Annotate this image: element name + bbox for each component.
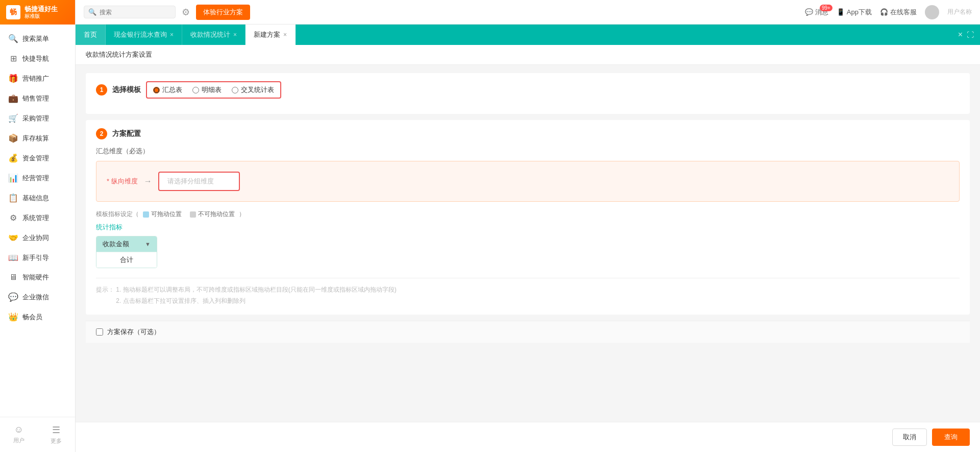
save-section: 方案保存（可选）: [86, 321, 970, 343]
search-menu-icon: 🔍: [8, 34, 18, 43]
page-header: 收款情况统计方案设置: [76, 45, 980, 65]
step2-badge: 2: [96, 128, 107, 139]
sidebar-item-marketing[interactable]: 🎁 营销推广: [0, 68, 75, 88]
dimension-subsection: 汇总维度（必选） * 纵向维度 → 请选择分组维度: [96, 147, 960, 202]
save-label: 方案保存（可选）: [107, 327, 160, 337]
metrics-table: 收款金额 ▼ 合计: [96, 236, 157, 268]
sidebar-item-operations[interactable]: 📊 经营管理: [0, 168, 75, 188]
logo-icon: 畅: [6, 5, 20, 19]
tabbar-controls: × ⛶: [952, 25, 980, 45]
topbar-search-box[interactable]: 🔍: [84, 6, 176, 18]
page-content: 收款情况统计方案设置 1 选择模板 汇总表: [76, 45, 980, 422]
topbar: 🔍 ⚙ 体验行业方案 💬 消息 99+ 📱 App下载 🎧 在线客服 用户名称: [76, 0, 980, 25]
cancel-button[interactable]: 取消: [892, 429, 927, 446]
step1-header: 1 选择模板 汇总表 明细表: [96, 81, 960, 99]
sidebar-item-search-menu[interactable]: 🔍 搜索菜单: [0, 29, 75, 49]
metrics-label-row: 模板指标设定（ 可拖动位置 不可拖动位置 ）: [96, 210, 960, 219]
sidebar-item-member[interactable]: 👑 畅会员: [0, 307, 75, 327]
download-label: App下载: [847, 8, 872, 17]
sidebar-item-wechat[interactable]: 💬 企业微信: [0, 287, 75, 307]
service-icon: 🎧: [880, 8, 888, 16]
user-avatar[interactable]: [925, 5, 939, 19]
topbar-search-input[interactable]: [100, 9, 171, 16]
legend-fixed: 不可拖动位置: [190, 210, 235, 219]
service-label: 在线客服: [890, 8, 917, 17]
step1-badge: 1: [96, 84, 107, 96]
sidebar-item-finance[interactable]: 💰 资金管理: [0, 148, 75, 168]
sidebar-item-sales[interactable]: 💼 销售管理: [0, 88, 75, 108]
sidebar-item-quick-nav[interactable]: ⊞ 快捷导航: [0, 49, 75, 68]
sidebar-bottom-right[interactable]: ☰ 更多: [38, 421, 76, 448]
step1-section: 1 选择模板 汇总表 明细表: [86, 73, 970, 114]
radio-cross-input[interactable]: [232, 87, 238, 93]
tab-collection-stats[interactable]: 收款情况统计 ×: [182, 25, 246, 45]
step2-section: 2 方案配置 汇总维度（必选） * 纵向维度 → 请选择分组维度: [86, 120, 970, 315]
tab-home[interactable]: 首页: [76, 25, 106, 45]
radio-summary[interactable]: 汇总表: [153, 85, 182, 94]
step2-title: 方案配置: [112, 129, 141, 138]
marketing-icon: 🎁: [8, 74, 18, 83]
dimension-area: * 纵向维度 → 请选择分组维度: [96, 161, 960, 202]
sidebar-item-system[interactable]: ⚙ 系统管理: [0, 208, 75, 228]
metrics-subsection: 模板指标设定（ 可拖动位置 不可拖动位置 ）: [96, 210, 960, 270]
tips-section: 提示： 1. 拖动标题栏可以调整布局，不可跨维度或指标区域拖动栏目段(只能在同一…: [96, 278, 960, 306]
radio-detail[interactable]: 明细表: [192, 85, 222, 94]
sidebar-bottom-left[interactable]: ☺ 用户: [0, 421, 38, 448]
collab-icon: 🤝: [8, 233, 18, 243]
sidebar-item-inventory[interactable]: 📦 库存核算: [0, 128, 75, 148]
tab-maximize-icon[interactable]: ⛶: [967, 31, 974, 39]
member-icon: 👑: [8, 312, 18, 322]
inventory-icon: 📦: [8, 133, 18, 143]
system-icon: ⚙: [8, 213, 18, 223]
sidebar-bottom: ☺ 用户 ☰ 更多: [0, 417, 75, 452]
radio-cross[interactable]: 交叉统计表: [232, 85, 274, 94]
tab-bank-flow[interactable]: 现金银行流水查询 ×: [106, 25, 182, 45]
hardware-icon: 🖥: [8, 273, 18, 282]
industry-solution-button[interactable]: 体验行业方案: [196, 5, 250, 20]
message-button[interactable]: 💬 消息 99+: [805, 8, 828, 17]
service-button[interactable]: 🎧 在线客服: [880, 8, 917, 17]
sidebar-item-hardware[interactable]: 🖥 智能硬件: [0, 268, 75, 287]
topbar-search-icon: 🔍: [88, 8, 96, 16]
main-area: 🔍 ⚙ 体验行业方案 💬 消息 99+ 📱 App下载 🎧 在线客服 用户名称: [76, 0, 980, 452]
download-icon: 📱: [837, 8, 845, 16]
metrics-table-header[interactable]: 收款金额 ▼: [96, 236, 157, 252]
content-area: 1 选择模板 汇总表 明细表: [76, 65, 980, 351]
save-checkbox[interactable]: [96, 328, 103, 336]
metrics-legend: 可拖动位置 不可拖动位置: [143, 210, 235, 219]
query-button[interactable]: 查询: [932, 429, 970, 446]
tab-new-plan[interactable]: 新建方案 ×: [246, 25, 296, 45]
tab-collection-stats-close[interactable]: ×: [233, 31, 237, 38]
purchase-icon: 🛒: [8, 113, 18, 123]
settings-icon[interactable]: ⚙: [182, 7, 190, 18]
sales-icon: 💼: [8, 93, 18, 103]
sidebar-item-purchase[interactable]: 🛒 采购管理: [0, 108, 75, 128]
step1-title: 选择模板: [112, 85, 141, 94]
wechat-icon: 💬: [8, 292, 18, 302]
message-badge: 99+: [820, 5, 832, 11]
action-bar: 取消 查询: [76, 422, 980, 452]
basic-info-icon: 📋: [8, 193, 18, 203]
tab-close-window-icon[interactable]: ×: [958, 30, 963, 39]
tab-new-plan-close[interactable]: ×: [283, 31, 287, 38]
radio-summary-input[interactable]: [153, 87, 160, 93]
radio-detail-input[interactable]: [192, 87, 199, 93]
sidebar-item-collab[interactable]: 🤝 企业协同: [0, 228, 75, 248]
operations-icon: 📊: [8, 173, 18, 183]
dimension-select[interactable]: 请选择分组维度: [158, 172, 240, 191]
sidebar-item-basic-info[interactable]: 📋 基础信息: [0, 188, 75, 208]
arrow-icon: →: [144, 177, 152, 186]
sidebar-item-guide[interactable]: 📖 新手引导: [0, 248, 75, 268]
message-icon: 💬: [805, 8, 813, 16]
sidebar-header: 畅 畅捷通好生 标准版: [0, 0, 75, 25]
sidebar: 畅 畅捷通好生 标准版 🔍 搜索菜单 ⊞ 快捷导航 🎁 营销推广 💼 销售管理 …: [0, 0, 76, 452]
metrics-section-title-text: 模板指标设定（: [96, 210, 139, 219]
sidebar-nav: 🔍 搜索菜单 ⊞ 快捷导航 🎁 营销推广 💼 销售管理 🛒 采购管理 📦 库存核…: [0, 25, 75, 417]
guide-icon: 📖: [8, 253, 18, 263]
legend-draggable: 可拖动位置: [143, 210, 182, 219]
quick-nav-icon: ⊞: [8, 54, 18, 63]
tab-new-plan-label: 新建方案: [254, 30, 280, 39]
chevron-down-icon: ▼: [145, 241, 151, 247]
tab-bank-flow-close[interactable]: ×: [170, 31, 174, 38]
download-button[interactable]: 📱 App下载: [837, 8, 872, 17]
